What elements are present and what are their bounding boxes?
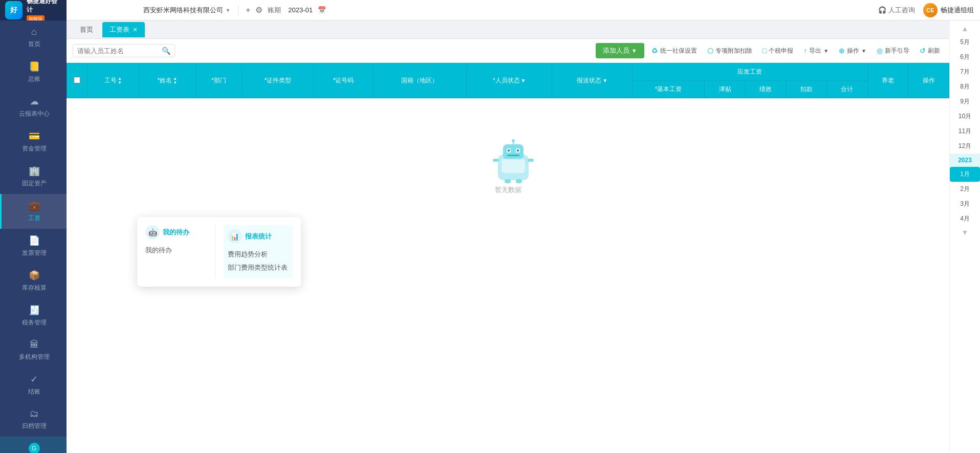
th-checkbox[interactable] [67,63,88,98]
th-employee-id: 工号 ▲▼ [88,63,139,98]
th-operation: 操作 [908,63,949,98]
month-panel-down-icon[interactable]: ▼ [960,226,971,239]
social-insurance-action[interactable]: ♻ 统一社保设置 [648,45,700,57]
tab-close-icon[interactable]: ✕ [133,26,138,33]
month-item-2022-9[interactable]: 9月 [950,94,980,109]
operations-arrow-icon: ▼ [861,48,866,54]
sidebar-item-archive[interactable]: 🗂 归档管理 [0,402,67,437]
tab-salary-table[interactable]: 工资表 ✕ [102,22,145,37]
popup-item-my-todo[interactable]: 我的待办 [145,244,207,257]
operations-action[interactable]: ⊕ 操作 ▼ [836,45,869,57]
search-input[interactable] [77,47,159,55]
month-item-2023-2[interactable]: 2月 [950,182,980,197]
svg-rect-6 [507,155,519,156]
search-icon: 🔍 [162,47,170,55]
sidebar-item-label: 资金管理 [22,144,47,153]
sidebar-item-salary[interactable]: 💼 工资 [0,194,67,229]
sidebar-item-inventory[interactable]: 📦 库存核算 [0,264,67,298]
period-value[interactable]: 2023-01 [288,6,313,14]
settings-icon[interactable]: ⚙ [255,5,263,15]
special-deduct-action[interactable]: ⬡ 专项附加扣除 [704,45,755,57]
popup-item-expense-trend[interactable]: 费用趋势分析 [228,248,289,261]
svg-rect-9 [502,159,525,173]
sidebar-item-settlement[interactable]: ✓ 结账 [0,368,67,402]
th-report-status: 报送状态 ▼ [552,63,633,98]
sort-icon[interactable]: ▲▼ [173,77,177,85]
month-item-2022-11[interactable]: 11月 [950,124,980,139]
select-all-checkbox[interactable] [74,77,80,83]
cloud-icon: ☁ [30,96,39,107]
sidebar-item-label: 总账 [28,75,40,83]
th-base-salary: *基本工资 [633,81,705,98]
th-status: *人员状态 ▼ [467,63,552,98]
popup-header-todo[interactable]: 🤖 我的待办 [145,225,207,240]
new-guide-icon: ◎ [877,47,883,55]
sidebar-item-fund[interactable]: 💳 资金管理 [0,124,67,159]
sidebar-item-multi-org[interactable]: 🏛 多机构管理 [0,333,67,368]
month-item-2023-3[interactable]: 3月 [950,197,980,211]
search-box[interactable]: 🔍 [73,44,175,57]
todo-icon: 🤖 [145,225,160,240]
toolbar: 🔍 添加人员 ▼ ♻ 统一社保设置 ⬡ 专项附加扣除 □ 个税申报 ↑ 导出 [67,39,949,63]
user-info[interactable]: CE 畅捷通组组 [923,3,974,17]
settlement-icon: ✓ [30,374,38,385]
tab-home[interactable]: 首页 [73,22,100,37]
th-id-number: *证号码 [314,63,373,98]
add-company-icon[interactable]: + [246,6,250,15]
th-dept: *部门 [195,63,242,98]
svg-rect-1 [503,144,524,160]
special-deduct-icon: ⬡ [707,47,713,55]
sidebar-item-label: 发票管理 [22,249,47,257]
filter-icon[interactable]: ▼ [602,78,607,83]
th-deduction: 扣款 [786,81,827,98]
add-person-button[interactable]: 添加人员 ▼ [596,43,644,58]
sidebar-item-cloud-report[interactable]: ☁ 云报表中心 [0,90,67,124]
popup-col-reports: 📊 报表统计 费用趋势分析 部门费用类型统计表 [224,225,293,278]
svg-rect-13 [516,179,522,183]
filter-icon[interactable]: ▼ [521,78,526,83]
sidebar-item-label: 固定资产 [22,179,47,188]
company-selector[interactable]: 西安虾米网络科技有限公司 ▼ [143,6,231,15]
svg-rect-4 [508,149,510,152]
svg-rect-12 [505,179,511,183]
th-nationality: 国籍（地区） [373,63,467,98]
sidebar-item-invoice[interactable]: 📄 发票管理 [0,229,67,264]
sidebar-item-tax[interactable]: 🧾 税务管理 [0,298,67,333]
top-bar: 好 畅捷通好会计 旗舰版 西安虾米网络科技有限公司 ▼ + ⚙ 账期 2023-… [0,0,980,20]
sidebar-item-label: 工资 [28,214,40,223]
month-panel-up-icon[interactable]: ▲ [960,23,971,35]
month-item-2022-5[interactable]: 5月 [950,35,980,50]
month-item-2022-8[interactable]: 8月 [950,79,980,94]
month-item-2023-4[interactable]: 4月 [950,211,980,226]
sidebar-item-expense[interactable]: G 小畅报销 ◀ [0,437,67,453]
archive-icon: 🗂 [30,408,39,419]
user-name: 畅捷通组组 [941,6,974,15]
salary-icon: 💼 [29,200,40,211]
popup-item-dept-expense[interactable]: 部门费用类型统计表 [228,261,289,274]
calendar-icon[interactable]: 📅 [318,6,326,14]
sort-icon[interactable]: ▲▼ [118,77,122,85]
fixed-assets-icon: 🏢 [29,165,40,177]
tax-filing-icon: □ [763,47,767,55]
sidebar-item-home[interactable]: ⌂ 首页 [0,20,67,55]
sidebar: ⌂ 首页 📒 总账 ☁ 云报表中心 💳 资金管理 🏢 固定资产 💼 工资 📄 发… [0,20,67,453]
month-item-2022-10[interactable]: 10月 [950,109,980,124]
month-item-2022-12[interactable]: 12月 [950,139,980,154]
sidebar-item-label: 多机构管理 [19,353,50,361]
month-item-2022-6[interactable]: 6月 [950,50,980,64]
content-area: 首页 工资表 ✕ 🔍 添加人员 ▼ ♻ 统一社保设置 ⬡ [67,20,949,453]
popup-reports-title: 报表统计 [245,232,272,241]
popup-header-reports[interactable]: 📊 报表统计 [228,229,289,244]
refresh-action[interactable]: ↺ 刷新 [917,45,943,57]
invoice-icon: 📄 [29,235,40,246]
support-button[interactable]: 🎧 人工咨询 [878,6,915,15]
popup-content: 🤖 我的待办 我的待办 📊 报表统计 费用趋势分析 部门费用类型统计表 [145,225,293,278]
sidebar-item-label: 税务管理 [22,318,47,327]
tax-filing-action[interactable]: □ 个税申报 [759,45,796,57]
new-guide-action[interactable]: ◎ 新手引导 [874,45,912,57]
sidebar-item-ledger[interactable]: 📒 总账 [0,55,67,90]
month-item-2022-7[interactable]: 7月 [950,64,980,79]
export-action[interactable]: ↑ 导出 ▼ [800,45,832,57]
sidebar-item-fixed-assets[interactable]: 🏢 固定资产 [0,159,67,194]
month-item-2023-1[interactable]: 1月 [950,167,980,182]
